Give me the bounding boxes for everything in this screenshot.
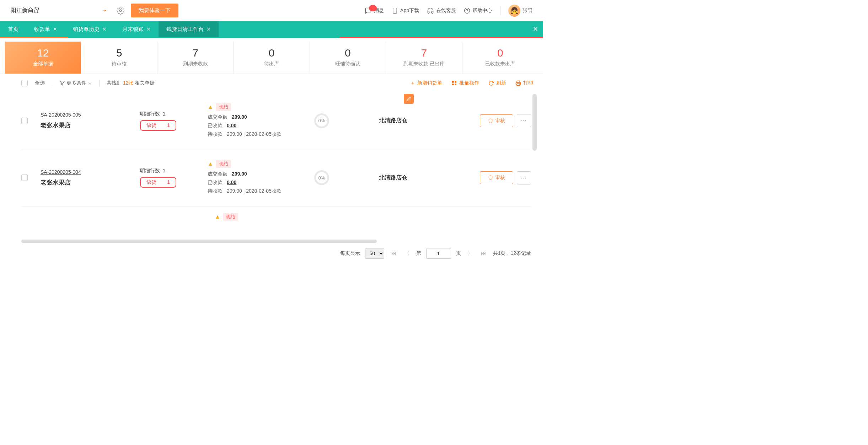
first-page-button[interactable]: ⏮ <box>389 250 398 257</box>
print-button[interactable]: 打印 <box>515 80 533 86</box>
amt-value: 209.00 <box>232 113 247 122</box>
avatar: 👧 <box>508 5 520 17</box>
batch-ops-label: 批量操作 <box>459 80 479 86</box>
chevron-down-icon <box>88 81 92 85</box>
svg-rect-8 <box>452 84 454 85</box>
list-area: SA-20200205-005老张水果店明细行数 1缺货1▲现结成交金额209.… <box>0 92 543 238</box>
tag-now-pay: 现结 <box>216 160 231 168</box>
more-button[interactable]: ⋯ <box>517 171 531 184</box>
per-page-label: 每页显示 <box>340 250 360 257</box>
tab-月末锁账[interactable]: 月末锁账✕ <box>114 21 159 37</box>
batch-ops-button[interactable]: 批量操作 <box>451 80 479 86</box>
paid-value[interactable]: 0.00 <box>227 178 236 187</box>
tab-销货单历史[interactable]: 销货单历史✕ <box>65 21 114 37</box>
warehouse-name: 北清路店仓 <box>358 117 429 124</box>
vertical-scrollbar[interactable] <box>532 94 537 151</box>
warning-icon: ▲ <box>208 161 213 167</box>
page-input[interactable] <box>426 248 451 259</box>
close-all-tabs[interactable]: ✕ <box>527 21 543 37</box>
stat-label: 待审核 <box>81 61 157 67</box>
paid-label: 已收款 <box>208 178 223 187</box>
customer-name: 老张水果店 <box>41 121 140 129</box>
tab-label: 首页 <box>8 26 18 33</box>
svg-rect-7 <box>455 81 456 83</box>
stat-label: 全部单据 <box>5 61 81 67</box>
tabs-bar: 首页收款单✕销货单历史✕月末锁账✕钱货日清工作台✕✕ <box>0 21 543 37</box>
stat-card[interactable]: 0旺铺待确认 <box>310 42 386 74</box>
svg-rect-6 <box>452 81 454 83</box>
stat-number: 12 <box>5 47 81 59</box>
horizontal-scrollbar[interactable] <box>21 240 377 243</box>
stat-number: 7 <box>386 47 462 59</box>
close-icon[interactable]: ✕ <box>102 26 107 32</box>
close-icon[interactable]: ✕ <box>146 26 151 32</box>
page-prefix: 第 <box>416 250 421 257</box>
paid-value[interactable]: 0.00 <box>227 122 236 130</box>
stat-card[interactable]: 12全部单据 <box>5 42 81 74</box>
tab-label: 月末锁账 <box>122 26 144 33</box>
stat-card[interactable]: 0已收款未出库 <box>462 42 538 74</box>
stat-card[interactable]: 7到期未收款 已出库 <box>386 42 462 74</box>
next-page-button[interactable]: 〉 <box>466 250 475 257</box>
more-filters-button[interactable]: 更多条件 <box>59 80 92 86</box>
shortage-count: 1 <box>167 179 170 186</box>
pager: 每页显示 50 ⏮ 〈 第 页 〉 ⏭ 共1页，12条记录 <box>0 243 543 264</box>
stat-card[interactable]: 5待审核 <box>81 42 157 74</box>
separator <box>52 80 52 87</box>
found-prefix: 共找到 <box>107 80 122 86</box>
edit-icon[interactable] <box>404 94 414 104</box>
tab-收款单[interactable]: 收款单✕ <box>26 21 65 37</box>
divider <box>500 6 500 15</box>
doc-number[interactable]: SA-20200205-005 <box>41 112 140 118</box>
online-service-link[interactable]: 在线客服 <box>427 7 456 14</box>
company-select[interactable]: 阳江新商贸 <box>11 7 110 14</box>
app-download-link[interactable]: App下载 <box>392 7 419 14</box>
last-page-button[interactable]: ⏭ <box>479 250 488 257</box>
add-sales-button[interactable]: ＋ 新增销货单 <box>410 80 442 86</box>
shortage-count: 1 <box>167 122 170 129</box>
close-icon[interactable]: ✕ <box>53 26 57 32</box>
tab-首页[interactable]: 首页 <box>0 21 26 37</box>
print-icon <box>515 80 521 86</box>
refresh-button[interactable]: 刷新 <box>488 80 506 86</box>
stat-number: 0 <box>310 47 386 59</box>
select-all-label: 全选 <box>35 80 45 86</box>
prev-page-button[interactable]: 〈 <box>403 250 411 257</box>
stat-card[interactable]: 0待出库 <box>234 42 310 74</box>
add-sales-label: 新增销货单 <box>417 80 442 86</box>
per-page-select[interactable]: 50 <box>365 248 384 259</box>
due-label: 待收款 <box>208 187 223 195</box>
table-row: ▲现结 <box>21 207 531 234</box>
audit-button[interactable]: 审核 <box>480 114 513 127</box>
audit-button[interactable]: 审核 <box>480 171 513 184</box>
stats-row: 12全部单据5待审核7到期未收款0待出库0旺铺待确认7到期未收款 已出库0已收款… <box>5 42 538 74</box>
stat-label: 到期未收款 已出库 <box>386 61 462 67</box>
close-icon[interactable]: ✕ <box>207 26 211 32</box>
more-button[interactable]: ⋯ <box>517 114 531 127</box>
tab-label: 销货单历史 <box>73 26 100 33</box>
status-strip <box>0 37 543 38</box>
audit-label: 审核 <box>495 175 505 181</box>
try-button[interactable]: 我要体验一下 <box>131 4 178 17</box>
help-center-link[interactable]: 帮助中心 <box>464 7 492 14</box>
select-all-checkbox[interactable] <box>21 80 28 86</box>
messages-link[interactable]: 消息 <box>365 7 384 14</box>
user-menu[interactable]: 👧 张阳 <box>508 5 532 17</box>
shortage-box: 缺货1 <box>140 177 176 188</box>
found-suffix: 相关单据 <box>135 80 155 86</box>
user-name: 张阳 <box>523 7 532 14</box>
lines-text: 明细行数 1 <box>140 111 208 117</box>
app-download-label: App下载 <box>400 7 419 14</box>
online-service-label: 在线客服 <box>436 7 456 14</box>
gear-icon[interactable] <box>117 7 124 15</box>
stat-number: 0 <box>462 47 538 59</box>
stat-card[interactable]: 7到期未收款 <box>157 42 234 74</box>
tab-钱货日清工作台[interactable]: 钱货日清工作台✕ <box>159 21 219 37</box>
found-count: 12张 <box>123 80 134 86</box>
tag-now-pay: 现结 <box>216 103 231 111</box>
customer-name: 老张水果店 <box>41 178 140 187</box>
stat-number: 0 <box>234 47 309 59</box>
doc-number[interactable]: SA-20200205-004 <box>41 169 140 175</box>
row-checkbox[interactable] <box>21 175 28 181</box>
row-checkbox[interactable] <box>21 118 28 124</box>
